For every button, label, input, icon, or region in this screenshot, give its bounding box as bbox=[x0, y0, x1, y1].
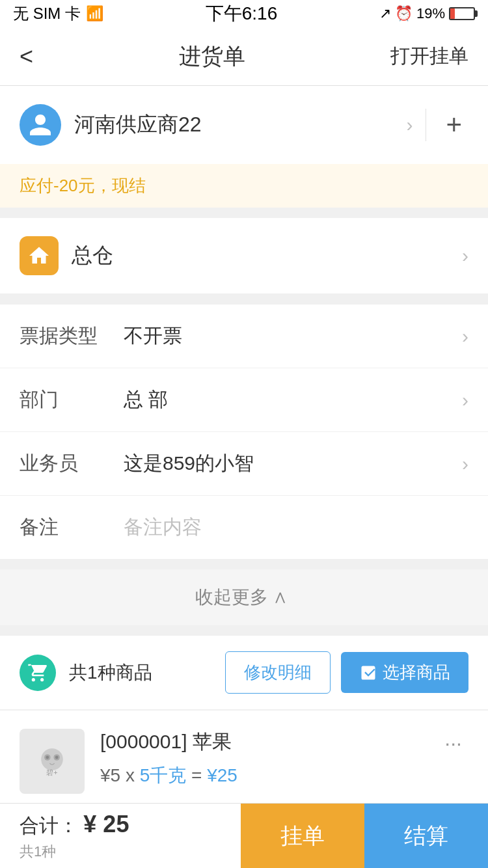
ticket-type-label: 票据类型 bbox=[20, 323, 124, 349]
battery-icon bbox=[449, 7, 475, 20]
total-area: 合计： ¥ 25 共1种 bbox=[0, 811, 241, 861]
location-icon: ↗ bbox=[379, 5, 391, 22]
house-icon bbox=[27, 244, 51, 267]
battery-label: 19% bbox=[416, 5, 445, 22]
department-chevron: › bbox=[462, 389, 468, 411]
total-main: 合计： ¥ 25 bbox=[20, 811, 221, 839]
svg-point-3 bbox=[46, 756, 49, 759]
svg-point-4 bbox=[55, 756, 59, 759]
alarm-icon: ⏰ bbox=[395, 5, 413, 22]
owl-logo: 碧+ bbox=[33, 742, 72, 781]
bottom-bar: 合计： ¥ 25 共1种 挂单 结算 bbox=[0, 803, 488, 868]
product-info: [0000001] 苹果 ¥5 x 5千克 = ¥25 bbox=[100, 729, 438, 788]
payment-hint: 应付-20元，现结 bbox=[0, 164, 488, 208]
svg-text:碧+: 碧+ bbox=[46, 768, 57, 776]
product-code: [0000001] bbox=[100, 731, 193, 752]
hold-button[interactable]: 挂单 bbox=[241, 804, 364, 869]
remark-row[interactable]: 备注 备注内容 bbox=[0, 495, 488, 559]
sales-rep-value: 这是859的小智 bbox=[124, 450, 455, 477]
user-icon bbox=[27, 112, 53, 138]
supplier-row[interactable]: 河南供应商22 › + bbox=[0, 86, 488, 164]
product-item: 碧+ [0000001] 苹果 ¥5 x 5千克 = ¥25 ··· bbox=[0, 710, 488, 812]
total-price: ¥25 bbox=[207, 765, 237, 785]
warehouse-section: 总仓 › bbox=[0, 218, 488, 293]
total-label: 合计： bbox=[20, 815, 78, 836]
remark-input[interactable]: 备注内容 bbox=[124, 514, 468, 541]
open-hold-button[interactable]: 打开挂单 bbox=[390, 43, 468, 70]
unit-price: ¥5 x bbox=[100, 765, 140, 785]
status-right: ↗ ⏰ 19% bbox=[379, 5, 475, 22]
checkout-button[interactable]: 结算 bbox=[364, 804, 488, 869]
status-bar: 无 SIM 卡 📶 下午6:16 ↗ ⏰ 19% bbox=[0, 0, 488, 27]
warehouse-icon bbox=[20, 236, 59, 275]
warehouse-row[interactable]: 总仓 › bbox=[0, 218, 488, 293]
remark-label: 备注 bbox=[20, 514, 124, 541]
product-price: ¥5 x 5千克 = ¥25 bbox=[100, 763, 438, 788]
page-title: 进货单 bbox=[179, 42, 245, 72]
add-supplier-button[interactable]: + bbox=[439, 109, 468, 141]
product-title: 苹果 bbox=[193, 731, 232, 752]
warehouse-chevron-icon: › bbox=[462, 245, 468, 267]
supplier-section: 河南供应商22 › + bbox=[0, 86, 488, 164]
select-product-button[interactable]: 选择商品 bbox=[341, 652, 468, 693]
total-amount: ¥ 25 bbox=[83, 811, 129, 837]
department-row[interactable]: 部门 总 部 › bbox=[0, 368, 488, 431]
form-section: 票据类型 不开票 › 部门 总 部 › 业务员 这是859的小智 › 备注 备注… bbox=[0, 304, 488, 559]
edit-detail-button[interactable]: 修改明细 bbox=[225, 651, 331, 694]
supplier-avatar bbox=[20, 104, 61, 146]
select-product-label: 选择商品 bbox=[383, 661, 450, 684]
quantity: 5千克 bbox=[140, 765, 187, 785]
products-icon bbox=[20, 655, 56, 691]
sales-rep-label: 业务员 bbox=[20, 450, 124, 477]
products-header: 共1种商品 修改明细 选择商品 bbox=[0, 636, 488, 710]
department-label: 部门 bbox=[20, 387, 124, 413]
collapse-more-row[interactable]: 收起更多 ∧ bbox=[0, 569, 488, 625]
nav-bar: < 进货单 打开挂单 bbox=[0, 27, 488, 86]
product-more-button[interactable]: ··· bbox=[438, 729, 468, 758]
equals: = bbox=[191, 765, 207, 785]
back-button[interactable]: < bbox=[20, 43, 33, 70]
cart-icon bbox=[27, 662, 48, 683]
supplier-name: 河南供应商22 bbox=[74, 111, 400, 139]
supplier-chevron-icon: › bbox=[406, 114, 413, 136]
warehouse-name: 总仓 bbox=[72, 241, 455, 270]
select-product-icon bbox=[359, 664, 377, 682]
status-left: 无 SIM 卡 📶 bbox=[13, 3, 103, 24]
ticket-type-value: 不开票 bbox=[124, 323, 455, 349]
sales-rep-chevron: › bbox=[462, 453, 468, 475]
carrier-label: 无 SIM 卡 bbox=[13, 3, 81, 24]
department-value: 总 部 bbox=[124, 387, 455, 413]
battery-fill bbox=[450, 8, 455, 19]
svg-point-0 bbox=[41, 748, 63, 770]
product-name: [0000001] 苹果 bbox=[100, 729, 438, 755]
wifi-icon: 📶 bbox=[86, 5, 103, 22]
products-section: 共1种商品 修改明细 选择商品 碧+ [0000001] 苹果 bbox=[0, 636, 488, 812]
product-thumbnail: 碧+ bbox=[20, 729, 85, 794]
ticket-type-chevron: › bbox=[462, 325, 468, 347]
collapse-label: 收起更多 ∧ bbox=[195, 585, 288, 610]
products-count-label: 共1种商品 bbox=[69, 660, 225, 685]
sales-rep-row[interactable]: 业务员 这是859的小智 › bbox=[0, 431, 488, 495]
total-count: 共1种 bbox=[20, 842, 221, 861]
ticket-type-row[interactable]: 票据类型 不开票 › bbox=[0, 304, 488, 368]
supplier-divider bbox=[426, 109, 426, 141]
status-time: 下午6:16 bbox=[206, 1, 278, 26]
